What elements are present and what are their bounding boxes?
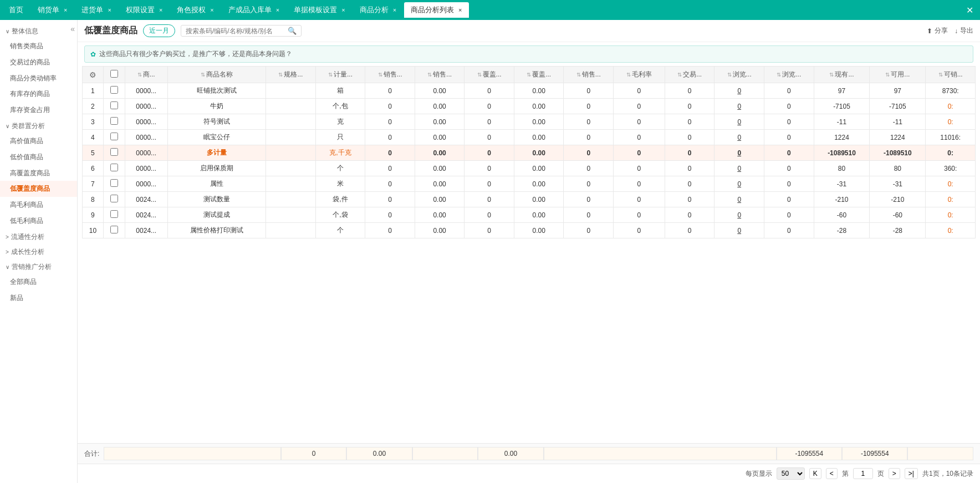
nav-tab-权限设置[interactable]: 权限设置× <box>119 2 169 18</box>
select-all-checkbox[interactable] <box>110 70 118 78</box>
row-transaction: 0 <box>665 192 714 207</box>
time-filter-button[interactable]: 近一月 <box>143 24 175 37</box>
row-browse1: 0 <box>714 83 764 99</box>
footer-cells: 0 0.00 0.00 -1095554 -1095554 <box>104 447 973 460</box>
row-checkbox[interactable] <box>110 148 118 156</box>
sort-icon: ⇅ <box>527 72 531 78</box>
tab-close-icon[interactable]: × <box>64 2 67 18</box>
sidebar-item-高毛利商品[interactable]: 高毛利商品 <box>0 197 77 213</box>
col-header-coverage1[interactable]: ⇅覆盖... <box>465 67 514 83</box>
nav-tab-商品分析[interactable]: 商品分析× <box>353 2 403 18</box>
col-header-settings[interactable]: ⚙ <box>83 67 104 83</box>
row-coverage1: 0 <box>465 145 514 161</box>
row-checkbox[interactable] <box>110 210 118 218</box>
browse1-link[interactable]: 0 <box>737 149 741 157</box>
sidebar-item-销售类商品[interactable]: 销售类商品 <box>0 38 77 54</box>
settings-icon[interactable]: ⚙ <box>89 70 96 79</box>
nav-tab-商品分析列表[interactable]: 商品分析列表× <box>404 2 468 18</box>
export-button[interactable]: ↓ 导出 <box>955 26 973 35</box>
tab-close-icon[interactable]: × <box>159 2 162 18</box>
page-number-input[interactable] <box>853 468 873 479</box>
tab-close-icon[interactable]: × <box>393 2 396 18</box>
tab-close-icon[interactable]: × <box>210 2 213 18</box>
col-header-gross_rate[interactable]: ⇅毛利率 <box>614 67 665 83</box>
close-all-button[interactable]: ✕ <box>962 5 978 16</box>
nav-tab-首页[interactable]: 首页 <box>2 2 30 18</box>
col-header-unit[interactable]: ⇅计量... <box>315 67 365 83</box>
col-header-name[interactable]: ⇅商品名称 <box>167 67 266 83</box>
sidebar-section-营销推广分析[interactable]: ∨营销推广分析 <box>0 259 77 274</box>
browse1-link[interactable]: 0 <box>737 165 741 172</box>
col-header-sales_amt[interactable]: ⇅销售... <box>415 67 465 83</box>
search-input[interactable] <box>186 27 285 35</box>
sidebar-item-高价值商品[interactable]: 高价值商品 <box>0 133 77 149</box>
nav-tab-销货单[interactable]: 销货单× <box>31 2 74 18</box>
page-size-select[interactable]: 501020100 <box>777 467 805 480</box>
next-page-button[interactable]: > <box>889 468 900 479</box>
row-checkbox[interactable] <box>110 117 118 125</box>
row-checkbox[interactable] <box>110 133 118 140</box>
col-label-saleable: 可销... <box>944 70 963 79</box>
browse1-link[interactable]: 0 <box>737 103 741 110</box>
col-header-browse1[interactable]: ⇅浏览... <box>714 67 764 83</box>
row-sales-amt: 0.00 <box>415 130 465 145</box>
sidebar-item-全部商品[interactable]: 全部商品 <box>0 274 77 290</box>
search-icon[interactable]: 🔍 <box>288 27 297 35</box>
row-code: 0024... <box>125 192 167 207</box>
sidebar-item-低价值商品[interactable]: 低价值商品 <box>0 149 77 165</box>
browse1-link[interactable]: 0 <box>737 180 741 188</box>
row-checkbox[interactable] <box>110 101 118 109</box>
browse1-link[interactable]: 0 <box>737 196 741 204</box>
sidebar-item-新品[interactable]: 新品 <box>0 290 77 306</box>
col-header-code[interactable]: ⇅商... <box>125 67 167 83</box>
row-checkbox[interactable] <box>110 195 118 202</box>
nav-tab-单据模板设置[interactable]: 单据模板设置× <box>287 2 351 18</box>
prev-page-button[interactable]: < <box>826 468 838 479</box>
col-header-available[interactable]: ⇅可用... <box>870 67 926 83</box>
browse1-link[interactable]: 0 <box>737 87 741 95</box>
col-header-spec[interactable]: ⇅规格... <box>266 67 316 83</box>
tab-close-icon[interactable]: × <box>108 2 111 18</box>
row-no: 7 <box>83 176 104 192</box>
row-checkbox[interactable] <box>110 164 118 171</box>
sidebar-item-低覆盖度商品[interactable]: 低覆盖度商品 <box>0 181 77 197</box>
nav-tab-产成品入库单[interactable]: 产成品入库单× <box>222 2 286 18</box>
col-header-current[interactable]: ⇅现有... <box>814 67 870 83</box>
last-page-button[interactable]: >| <box>905 468 918 479</box>
nav-tab-进货单[interactable]: 进货单× <box>75 2 118 18</box>
sidebar-section-类群置分析[interactable]: ∨类群置分析 <box>0 118 77 133</box>
row-coverage2: 0.00 <box>514 83 564 99</box>
row-checkbox[interactable] <box>110 86 118 94</box>
col-header-transaction[interactable]: ⇅交易... <box>665 67 714 83</box>
sidebar-section-整体信息[interactable]: ∨整体信息 <box>0 23 77 38</box>
browse1-link[interactable]: 0 <box>737 211 741 219</box>
sidebar-item-高覆盖度商品[interactable]: 高覆盖度商品 <box>0 165 77 181</box>
sidebar-item-低毛利商品[interactable]: 低毛利商品 <box>0 213 77 229</box>
sidebar-item-交易过的商品[interactable]: 交易过的商品 <box>0 54 77 70</box>
tab-close-icon[interactable]: × <box>276 2 279 18</box>
tab-close-icon[interactable]: × <box>458 2 462 18</box>
row-checkbox[interactable] <box>110 226 118 233</box>
browse1-link[interactable]: 0 <box>737 134 741 141</box>
row-checkbox[interactable] <box>110 179 118 187</box>
sidebar-collapse-button[interactable]: « <box>70 24 75 33</box>
sidebar-section-成长性分析[interactable]: >成长性分析 <box>0 244 77 259</box>
col-header-coverage2[interactable]: ⇅覆盖... <box>514 67 564 83</box>
browse1-link[interactable]: 0 <box>737 118 741 126</box>
share-button[interactable]: ⬆ 分享 <box>927 26 948 35</box>
tab-close-icon[interactable]: × <box>341 2 345 18</box>
col-header-browse2[interactable]: ⇅浏览... <box>764 67 814 83</box>
col-header-saleable[interactable]: ⇅可销... <box>926 67 976 83</box>
row-current: 1224 <box>814 130 870 145</box>
sidebar-item-商品分类动销率[interactable]: 商品分类动销率 <box>0 70 77 87</box>
sidebar-section-流通性分析[interactable]: >流通性分析 <box>0 229 77 244</box>
nav-tab-角色授权[interactable]: 角色授权× <box>170 2 220 18</box>
browse1-link[interactable]: 0 <box>737 227 741 235</box>
sidebar-item-有库存的商品[interactable]: 有库存的商品 <box>0 86 77 102</box>
first-page-button[interactable]: K <box>809 468 821 479</box>
col-header-sales_qty[interactable]: ⇅销售... <box>365 67 415 83</box>
sidebar-item-库存资金占用[interactable]: 库存资金占用 <box>0 102 77 118</box>
col-header-checkbox[interactable] <box>103 67 125 83</box>
col-header-sales3[interactable]: ⇅销售... <box>564 67 614 83</box>
footer-available: -1095554 <box>842 447 907 460</box>
